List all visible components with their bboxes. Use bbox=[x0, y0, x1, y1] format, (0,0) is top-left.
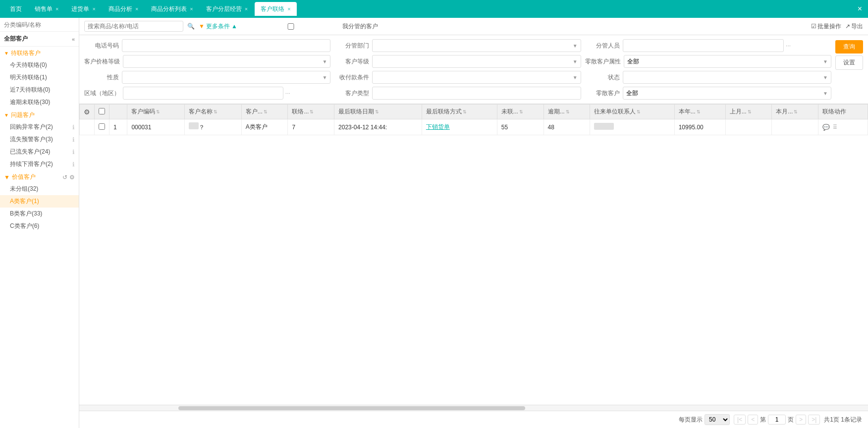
row-checkbox[interactable] bbox=[99, 123, 105, 130]
region-input[interactable] bbox=[123, 87, 283, 100]
query-button[interactable]: 查询 bbox=[835, 40, 863, 54]
sort-icon-2: ⇅ bbox=[214, 109, 217, 114]
filter-payment: 收付款条件 ▼ bbox=[334, 71, 581, 84]
pagination: |< < 第 页 > >| bbox=[734, 415, 820, 425]
th-customer-name[interactable]: 客户名称 ⇅ bbox=[184, 105, 241, 119]
person-dots-btn[interactable]: ··· bbox=[784, 42, 793, 49]
th-last-contact-date[interactable]: 最后联络日期 ⇅ bbox=[334, 105, 422, 119]
content-area: 🔍 ▼ 更多条件 ▲ 我分管的客户 ☑ 批量操作 ↗ 导出 bbox=[79, 18, 868, 428]
chevron-down-icon-4: ▼ bbox=[823, 59, 828, 64]
sidebar-item-today-contact[interactable]: 今天待联络(0) bbox=[0, 59, 79, 71]
search-icon: 🔍 bbox=[187, 23, 195, 30]
nav-tab-sales[interactable]: 销售单 × bbox=[29, 2, 64, 16]
person-input[interactable] bbox=[623, 39, 784, 52]
next-page-btn[interactable]: > bbox=[796, 415, 806, 425]
group-pending-contact[interactable]: ▼ 待联络客户 bbox=[0, 47, 79, 59]
th-contact-person[interactable]: 往来单位联系人 ⇅ bbox=[590, 105, 674, 119]
nav-tab-customer-contact[interactable]: 客户联络 × bbox=[255, 2, 296, 16]
group-problem-customers[interactable]: ▼ 问题客户 bbox=[0, 108, 79, 121]
more-action-icon[interactable]: ⠿ bbox=[833, 124, 837, 131]
search-input[interactable] bbox=[84, 21, 183, 32]
my-customers-checkbox-area[interactable]: 我分管的客户 bbox=[241, 22, 378, 31]
th-contact-count[interactable]: 联络... ⇅ bbox=[288, 105, 334, 119]
sidebar-item-loss-warning[interactable]: 流失预警客户(3) ℹ bbox=[0, 133, 79, 146]
group-value-customers: ▼ 价值客户 ↺ ⚙ bbox=[0, 170, 79, 183]
nav-tab-product-list[interactable]: 商品分析列表 × bbox=[145, 2, 199, 16]
triangle-icon-2: ▼ bbox=[4, 112, 9, 118]
per-page-select[interactable]: 50 100 200 bbox=[705, 414, 730, 425]
region-dots-btn[interactable]: ··· bbox=[283, 90, 292, 97]
settings-button[interactable]: 设置 bbox=[835, 55, 863, 70]
batch-operation-btn[interactable]: ☑ 批量操作 bbox=[811, 22, 841, 31]
td-customer-type: A类客户 bbox=[241, 119, 288, 135]
sidebar-item-a-class[interactable]: A类客户(1) bbox=[0, 195, 79, 208]
th-un-contact[interactable]: 未联... ⇅ bbox=[497, 105, 543, 119]
td-this-year: 10995.00 bbox=[674, 119, 725, 135]
th-this-month[interactable]: 本月... ⇅ bbox=[772, 105, 818, 119]
horizontal-scrollbar[interactable] bbox=[79, 405, 868, 411]
chevron-down-icon-2: ▼ bbox=[322, 59, 327, 64]
close-product-list-tab[interactable]: × bbox=[190, 6, 193, 12]
td-customer-name: ？ bbox=[184, 119, 241, 135]
th-customer-code[interactable]: 客户编码 ⇅ bbox=[127, 105, 184, 119]
more-conditions-btn[interactable]: ▼ 更多条件 ▲ bbox=[199, 22, 237, 31]
sidebar-item-repeat-abnormal[interactable]: 回购异常客户(2) ℹ bbox=[0, 121, 79, 133]
sidebar-item-declining[interactable]: 持续下滑客户(2) ℹ bbox=[0, 158, 79, 170]
sidebar-item-b-class[interactable]: B类客户(33) bbox=[0, 208, 79, 220]
select-all-checkbox[interactable] bbox=[99, 108, 105, 114]
chevron-down-icon-5: ▼ bbox=[322, 75, 327, 80]
scrollbar-thumb[interactable] bbox=[178, 406, 525, 410]
th-this-year[interactable]: 本年... ⇅ bbox=[674, 105, 725, 119]
th-last-contact-method[interactable]: 最后联络方式 ⇅ bbox=[422, 105, 497, 119]
sidebar: 🔍 全部客户 « ▼ 待联络客户 今天待联络(0) 明天待联络(1) 近7天待联… bbox=[0, 18, 79, 428]
sidebar-search-input[interactable] bbox=[4, 21, 78, 28]
contact-method-link[interactable]: 下销货单 bbox=[426, 123, 450, 130]
phone-input[interactable] bbox=[122, 39, 330, 52]
close-customer-tier-tab[interactable]: × bbox=[245, 6, 248, 12]
nav-tab-product-analysis[interactable]: 商品分析 × bbox=[103, 2, 144, 16]
sidebar-item-lost[interactable]: 已流失客户(24) ℹ bbox=[0, 146, 79, 158]
td-last-month bbox=[725, 119, 772, 135]
window-close-icon[interactable]: × bbox=[856, 2, 864, 15]
first-page-btn[interactable]: |< bbox=[734, 415, 746, 425]
th-overdue[interactable]: 逾期... ⇅ bbox=[543, 105, 590, 119]
nav-tab-purchase[interactable]: 进货单 × bbox=[65, 2, 101, 16]
settings-icon[interactable]: ⚙ bbox=[69, 174, 75, 181]
chat-action-icon[interactable]: 💬 bbox=[822, 124, 830, 131]
sidebar-item-tomorrow-contact[interactable]: 明天待联络(1) bbox=[0, 71, 79, 84]
close-product-analysis-tab[interactable]: × bbox=[135, 6, 138, 12]
nav-tab-home[interactable]: 首页 bbox=[4, 2, 28, 16]
dept-select[interactable]: ▼ bbox=[372, 39, 581, 52]
close-customer-contact-tab[interactable]: × bbox=[287, 6, 290, 12]
chevron-icon: ▲ bbox=[231, 23, 237, 30]
sidebar-item-overdue-contact[interactable]: 逾期未联络(30) bbox=[0, 96, 79, 108]
prev-page-btn[interactable]: < bbox=[748, 415, 758, 425]
page-number-input[interactable] bbox=[768, 415, 786, 425]
close-purchase-tab[interactable]: × bbox=[92, 6, 95, 12]
gear-icon[interactable]: ⚙ bbox=[84, 108, 90, 116]
sidebar-item-7days-contact[interactable]: 近7天待联络(0) bbox=[0, 84, 79, 96]
my-customers-checkbox[interactable] bbox=[241, 23, 340, 30]
export-btn[interactable]: ↗ 导出 bbox=[845, 22, 863, 31]
sidebar-item-c-class[interactable]: C类客户(6) bbox=[0, 220, 79, 232]
customer-level-select[interactable]: ▼ bbox=[372, 55, 581, 68]
close-sales-tab[interactable]: × bbox=[55, 6, 58, 12]
filter-bar: 🔍 ▼ 更多条件 ▲ 我分管的客户 ☑ 批量操作 ↗ 导出 bbox=[79, 18, 868, 35]
retail-customer-select[interactable]: 全部 ▼ bbox=[623, 87, 831, 100]
price-level-select[interactable]: ▼ bbox=[123, 55, 330, 68]
td-overdue: 48 bbox=[543, 119, 590, 135]
payment-select[interactable]: ▼ bbox=[372, 71, 581, 84]
th-last-month[interactable]: 上月... ⇅ bbox=[725, 105, 772, 119]
last-page-btn[interactable]: >| bbox=[808, 415, 820, 425]
nav-tab-customer-tier[interactable]: 客户分层经营 × bbox=[200, 2, 254, 16]
nature-select[interactable]: ▼ bbox=[122, 71, 330, 84]
th-customer-type[interactable]: 客户... ⇅ bbox=[241, 105, 288, 119]
sidebar-item-unclassified[interactable]: 未分组(32) bbox=[0, 183, 79, 195]
all-customers-header[interactable]: 全部客户 « bbox=[0, 32, 79, 47]
td-un-contact: 55 bbox=[497, 119, 543, 135]
retail-attr-select[interactable]: 全部 ▼ bbox=[624, 55, 831, 68]
refresh-icon[interactable]: ↺ bbox=[62, 174, 67, 181]
status-select[interactable]: ▼ bbox=[623, 71, 831, 84]
per-page-selector: 每页显示 50 100 200 bbox=[679, 414, 730, 425]
customer-type-input[interactable] bbox=[372, 87, 581, 100]
